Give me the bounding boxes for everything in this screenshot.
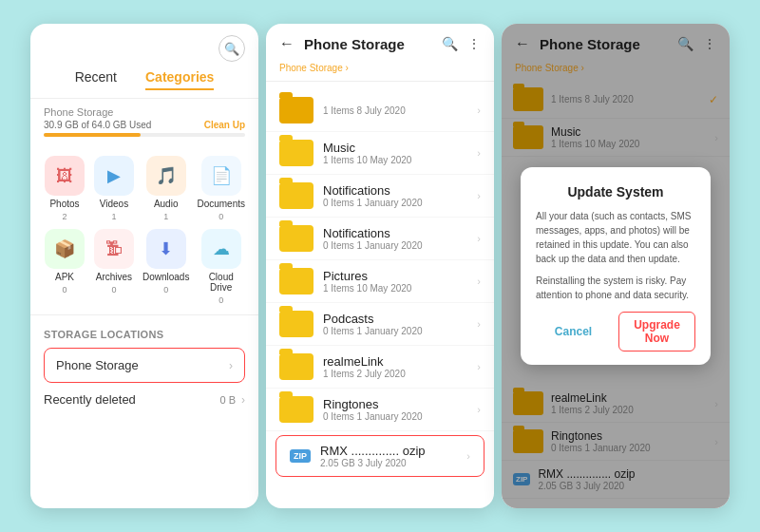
cloud-label: Cloud Drive <box>197 272 245 293</box>
folder-icon-music <box>279 140 314 166</box>
folder-info-podcasts: Podcasts 0 Items 1 January 2020 <box>323 312 477 336</box>
apk-icon: 📦 <box>45 229 85 269</box>
phone-storage-location-text: Phone Storage <box>56 358 139 372</box>
dialog-body: All your data (such as contacts, SMS mes… <box>536 209 695 302</box>
dialog-body-text1: All your data (such as contacts, SMS mes… <box>536 209 695 266</box>
folder-item-music[interactable]: Music 1 Items 10 May 2020 › <box>266 132 494 175</box>
zip-info: RMX .............. ozip 2.05 GB 3 July 2… <box>320 444 466 468</box>
breadcrumb-text: Phone Storage › <box>279 63 349 73</box>
folder-name-ringtones: Ringtones <box>323 397 477 411</box>
folder-name-pictures: Pictures <box>323 269 477 283</box>
photos-count: 2 <box>62 212 66 221</box>
apk-count: 0 <box>62 285 66 294</box>
folder-icon-realmelink <box>279 353 314 380</box>
screen-recent: 🔍 Recent Categories Phone Storage 30.9 G… <box>30 24 258 508</box>
archives-icon: 🗜 <box>94 229 134 269</box>
folder-meta: 1 Items 8 July 2020 <box>323 105 477 116</box>
folder-item-ringtones[interactable]: Ringtones 0 Items 1 January 2020 › <box>266 389 494 431</box>
folder-chevron-realmelink: › <box>477 361 481 372</box>
back-button[interactable]: ← <box>279 35 294 52</box>
dialog-title: Update System <box>536 184 695 200</box>
folder-icon-pictures <box>279 268 314 294</box>
zip-file-item[interactable]: ZIP RMX .............. ozip 2.05 GB 3 Ju… <box>276 435 484 477</box>
tab-categories[interactable]: Categories <box>145 69 214 90</box>
storage-section: Phone Storage 30.9 GB of 64.0 GB Used Cl… <box>30 106 258 150</box>
folder-icon-notifications2 <box>279 225 314 252</box>
search-icon2[interactable]: 🔍 <box>442 36 458 51</box>
folder-item-notifications1[interactable]: Notifications 0 Items 1 January 2020 › <box>266 175 494 218</box>
audio-item[interactable]: 🎵 Audio 1 <box>142 156 189 221</box>
archives-item[interactable]: 🗜 Archives 0 <box>93 229 135 305</box>
divider3 <box>266 81 494 82</box>
apk-item[interactable]: 📦 APK 0 <box>44 229 86 305</box>
tab-recent[interactable]: Recent <box>75 69 117 90</box>
update-system-dialog: Update System All your data (such as con… <box>521 167 711 365</box>
storage-bar-row: 30.9 GB of 64.0 GB Used Clean Up <box>44 120 245 130</box>
folder-chevron-pictures: › <box>477 276 481 287</box>
folder-item-unnamed[interactable]: 1 Items 8 July 2020 › <box>266 89 494 132</box>
folder-chevron-music: › <box>477 147 481 159</box>
screen-phone-storage-dialog: ← Phone Storage 🔍 ⋮ Phone Storage › 1 It… <box>502 24 730 508</box>
folder-name-notifications2: Notifications <box>323 226 477 240</box>
recently-deleted-label: Recently deleted <box>44 392 136 407</box>
folder-chevron-podcasts: › <box>477 318 481 330</box>
audio-count: 1 <box>163 212 168 221</box>
folder-meta-notifications1: 0 Items 1 January 2020 <box>323 198 477 208</box>
documents-label: Documents <box>197 199 245 209</box>
folder-item-realmelink[interactable]: realmeLink 1 Items 2 July 2020 › <box>266 346 494 389</box>
phone-storage-location[interactable]: Phone Storage › <box>44 348 245 383</box>
folder-chevron-ringtones: › <box>477 404 481 415</box>
folder-name-podcasts: Podcasts <box>323 312 477 326</box>
tabs-row: Recent Categories <box>30 66 258 98</box>
search-icon[interactable]: 🔍 <box>218 35 245 62</box>
folder-info-realmelink: realmeLink 1 Items 2 July 2020 <box>323 354 477 379</box>
cancel-button[interactable]: Cancel <box>536 312 611 352</box>
folder-icon-notifications1 <box>279 182 314 209</box>
folder-name-realmelink: realmeLink <box>323 354 477 369</box>
downloads-label: Downloads <box>142 272 189 282</box>
storage-bar-fill <box>44 133 141 137</box>
apk-label: APK <box>55 272 74 282</box>
header-icons: 🔍 ⋮ <box>442 36 481 51</box>
divider2 <box>30 314 258 315</box>
breadcrumb: Phone Storage › <box>266 58 494 81</box>
storage-locations-label: Storage Locations <box>30 323 258 344</box>
storage-label: Phone Storage <box>44 106 245 118</box>
videos-count: 1 <box>111 212 116 221</box>
cloud-item[interactable]: ☁ Cloud Drive 0 <box>197 229 245 305</box>
recently-deleted-item[interactable]: Recently deleted 0 B › <box>44 389 245 410</box>
cloud-count: 0 <box>218 295 223 305</box>
audio-label: Audio <box>154 199 179 209</box>
zip-meta: 2.05 GB 3 July 2020 <box>320 458 466 468</box>
folder-name-notifications1: Notifications <box>323 183 477 198</box>
photos-icon: 🖼 <box>45 156 85 196</box>
folder-chevron: › <box>477 104 481 116</box>
cleanup-button[interactable]: Clean Up <box>204 120 245 130</box>
photos-item[interactable]: 🖼 Photos 2 <box>44 156 86 221</box>
videos-item[interactable]: ▶ Videos 1 <box>93 156 135 221</box>
documents-item[interactable]: 📄 Documents 0 <box>197 156 245 221</box>
dialog-overlay: Update System All your data (such as con… <box>502 24 730 508</box>
folder-chevron-n2: › <box>477 233 481 244</box>
folder-list: 1 Items 8 July 2020 › Music 1 Items 10 M… <box>266 89 494 508</box>
folder-info-ringtones: Ringtones 0 Items 1 January 2020 <box>323 397 477 422</box>
zip-name: RMX .............. ozip <box>320 444 466 458</box>
folder-item-podcasts[interactable]: Podcasts 0 Items 1 January 2020 › <box>266 303 494 346</box>
zip-badge: ZIP <box>290 449 311 463</box>
downloads-icon: ⬇ <box>146 229 186 269</box>
chevron-right-icon2: › <box>241 393 245 407</box>
dialog-buttons: Cancel Upgrade Now <box>536 312 695 352</box>
folder-info: 1 Items 8 July 2020 <box>323 105 477 116</box>
cloud-icon: ☁ <box>201 229 241 269</box>
downloads-item[interactable]: ⬇ Downloads 0 <box>142 229 189 305</box>
videos-label: Videos <box>100 199 128 209</box>
divider <box>30 98 258 99</box>
folder-item-pictures[interactable]: Pictures 1 Items 10 May 2020 › <box>266 260 494 303</box>
zip-chevron: › <box>466 450 470 462</box>
folder-meta-podcasts: 0 Items 1 January 2020 <box>323 326 477 336</box>
upgrade-now-button[interactable]: Upgrade Now <box>618 312 695 352</box>
documents-icon: 📄 <box>201 156 241 196</box>
folder-chevron-n1: › <box>477 190 481 201</box>
folder-item-notifications2[interactable]: Notifications 0 Items 1 January 2020 › <box>266 218 494 260</box>
more-icon[interactable]: ⋮ <box>467 36 481 51</box>
